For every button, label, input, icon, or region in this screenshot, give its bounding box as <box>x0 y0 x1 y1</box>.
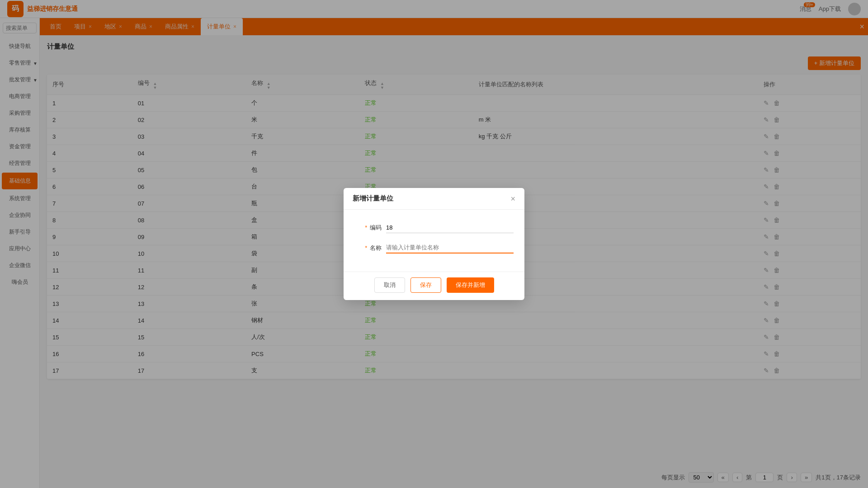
code-label: * 编码 <box>354 224 382 232</box>
modal-body: * 编码 * 名称 <box>344 210 524 272</box>
modal-footer: 取消 保存 保存并新增 <box>344 272 524 300</box>
save-and-new-button[interactable]: 保存并新增 <box>447 277 494 293</box>
modal-close-button[interactable]: × <box>510 195 515 203</box>
required-star-code: * <box>365 224 367 231</box>
modal-overlay: 新增计量单位 × * 编码 * 名称 取消 保存 保存并新增 <box>0 0 868 488</box>
name-label: * 名称 <box>354 244 382 252</box>
modal-header: 新增计量单位 × <box>344 188 524 210</box>
form-row-code: * 编码 <box>354 222 514 233</box>
save-button[interactable]: 保存 <box>410 277 441 293</box>
name-input[interactable] <box>386 242 514 253</box>
code-input[interactable] <box>386 222 514 233</box>
modal-title: 新增计量单位 <box>353 194 393 203</box>
add-unit-modal: 新增计量单位 × * 编码 * 名称 取消 保存 保存并新增 <box>344 188 524 300</box>
cancel-button[interactable]: 取消 <box>374 277 405 293</box>
form-row-name: * 名称 <box>354 242 514 253</box>
required-star-name: * <box>365 244 367 251</box>
